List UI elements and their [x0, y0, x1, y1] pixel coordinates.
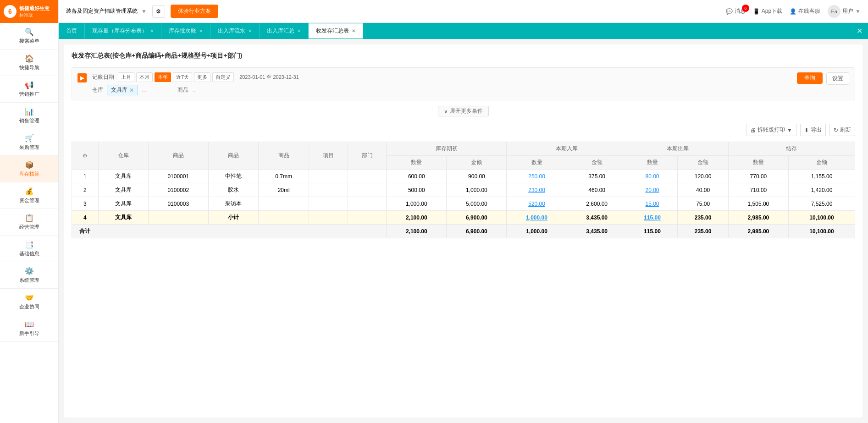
row-amt-init: 1,000.00 — [447, 183, 507, 197]
close-all-tabs-button[interactable]: ✕ — [851, 23, 868, 39]
date-btn-7days[interactable]: 近7天 — [173, 72, 192, 82]
subtotal-row: 4 文具库 小计 2,100.00 6,900.00 1,000.00 3,43… — [72, 211, 855, 225]
experience-btn[interactable]: 体验行业方案 — [171, 5, 218, 18]
expand-bar: ∨ 展开更多条件 — [72, 104, 855, 118]
row-spec — [258, 211, 309, 225]
qty-out-link[interactable]: 80.00 — [646, 173, 659, 180]
row-code: 0100002 — [148, 183, 208, 197]
sidebar-item-basic[interactable]: 📑 基础信息 — [0, 236, 58, 262]
topbar: 装备及固定资产辅助管理系统 ▼ ⚙ 体验行业方案 💬 消息 6 📱 App下载 … — [59, 0, 868, 23]
print-button[interactable]: 🖨 拆账版打印 ▼ — [746, 124, 796, 136]
tab-close-icon[interactable]: ✕ — [150, 28, 154, 33]
qty-out-link[interactable]: 15.00 — [646, 201, 659, 207]
table-row: 1 文具库 0100001 中性笔 0.7mm 600.00 900.00 25… — [72, 170, 855, 183]
app-download-action[interactable]: 📱 App下载 — [753, 7, 782, 15]
tab-inventory-dist[interactable]: 现存量（库存分布表） ✕ — [85, 23, 161, 38]
export-icon: ⬇ — [804, 127, 809, 133]
col-settings[interactable]: ⚙ — [72, 142, 99, 170]
row-name: 小计 — [208, 211, 258, 225]
row-qty-out[interactable]: 20.00 — [627, 183, 678, 197]
warehouse-tag[interactable]: 文具库 ✕ — [107, 85, 138, 95]
qty-in-link[interactable]: 520.00 — [528, 201, 545, 207]
tab-close-icon[interactable]: ✕ — [352, 28, 355, 33]
export-button[interactable]: ⬇ 导出 — [800, 124, 826, 136]
sub-qty-in: 数量 — [507, 156, 567, 170]
row-qty-out[interactable]: 15.00 — [627, 197, 678, 211]
sidebar-item-operations[interactable]: 📋 经营管理 — [0, 209, 58, 236]
tab-summary-inout[interactable]: 出入库汇总 ✕ — [260, 23, 309, 38]
row-qty-in[interactable]: 250.00 — [507, 170, 567, 183]
date-btn-this-month[interactable]: 本月 — [136, 72, 153, 82]
query-button[interactable]: 查询 — [797, 72, 823, 84]
row-dept — [348, 170, 386, 183]
sidebar-item-sales[interactable]: 📊 销售管理 — [0, 103, 58, 129]
row-amt-in: 460.00 — [567, 183, 627, 197]
date-btn-last-month[interactable]: 上月 — [118, 72, 134, 82]
row-amt-in: 375.00 — [567, 170, 627, 183]
settings-button[interactable]: ⚙ — [152, 5, 165, 18]
warehouse-more[interactable]: ... — [142, 87, 146, 93]
sidebar-item-search[interactable]: 🔍 搜索菜单 — [0, 23, 58, 49]
online-service-action[interactable]: 👤 在线客服 — [790, 7, 820, 15]
tab-recv-summary[interactable]: 收发存汇总表 ✕ — [309, 23, 363, 38]
sidebar-nav: 🔍 搜索菜单 🏠 快捷导航 📢 营销推广 📊 销售管理 🛒 采购管理 📦 库存核… — [0, 23, 58, 423]
qty-in-link[interactable]: 250.00 — [528, 173, 545, 180]
date-btn-custom[interactable]: 自定义 — [212, 72, 234, 82]
refresh-button[interactable]: ↻ 刷新 — [829, 124, 855, 136]
tab-flow[interactable]: 出入库流水 ✕ — [210, 23, 260, 38]
qty-out-link[interactable]: 20.00 — [646, 187, 659, 193]
page-container: 收发存汇总表(按仓库+商品编码+商品+规格型号+项目+部门) ▶ 记账日期 上月… — [64, 44, 862, 418]
sidebar-item-marketing[interactable]: 📢 营销推广 — [0, 76, 58, 103]
row-warehouse: 文具库 — [98, 197, 148, 211]
filter-actions: 查询 设置 — [797, 72, 849, 85]
sidebar-item-purchase[interactable]: 🛒 采购管理 — [0, 129, 58, 156]
row-amt-in: 2,600.00 — [567, 197, 627, 211]
row-qty-out[interactable]: 80.00 — [627, 170, 678, 183]
row-qty-in[interactable]: 230.00 — [507, 183, 567, 197]
row-qty-in[interactable]: 520.00 — [507, 197, 567, 211]
gear-icon: ⚙ — [83, 153, 88, 159]
qty-in-link[interactable]: 1,000.00 — [526, 214, 547, 221]
goods-more[interactable]: ... — [192, 87, 197, 93]
content-area: 收发存汇总表(按仓库+商品编码+商品+规格型号+项目+部门) ▶ 记账日期 上月… — [59, 39, 868, 423]
date-btn-more[interactable]: 更多 — [194, 72, 210, 82]
col-project: 项目 — [309, 142, 348, 170]
col-group-init: 库存期初 — [387, 142, 507, 156]
table-row: 3 文具库 0100003 采访本 1,000.00 5,000.00 520.… — [72, 197, 855, 211]
sidebar-item-newbie[interactable]: 📖 新手引导 — [0, 315, 58, 342]
table-toolbar: 🖨 拆账版打印 ▼ ⬇ 导出 ↻ 刷新 — [72, 122, 855, 138]
system-selector[interactable]: 装备及固定资产辅助管理系统 ▼ — [66, 7, 147, 15]
expand-conditions-button[interactable]: ∨ 展开更多条件 — [438, 106, 489, 116]
row-dept — [348, 211, 386, 225]
date-btn-this-year[interactable]: 本年 — [155, 72, 171, 82]
filter-collapse-button[interactable]: ▶ — [77, 73, 87, 82]
row-name: 中性笔 — [208, 170, 258, 183]
row-no: 1 — [72, 170, 99, 183]
col-warehouse: 仓库 — [98, 142, 148, 170]
sidebar-item-system[interactable]: ⚙️ 系统管理 — [0, 262, 58, 289]
footer-qty-bal: 2,985.00 — [728, 225, 788, 238]
tab-close-icon[interactable]: ✕ — [199, 28, 203, 33]
filter-settings-button[interactable]: 设置 — [826, 72, 849, 85]
row-qty-bal: 1,505.00 — [728, 197, 788, 211]
row-qty-init: 600.00 — [387, 170, 447, 183]
system-name: 装备及固定资产辅助管理系统 — [66, 7, 138, 15]
tab-batch[interactable]: 库存批次账 ✕ — [161, 23, 210, 38]
col-spec: 商品 — [258, 142, 309, 170]
tab-close-icon[interactable]: ✕ — [248, 28, 252, 33]
qty-in-link[interactable]: 230.00 — [528, 187, 545, 193]
user-action[interactable]: Ea 用户 ▼ — [828, 5, 861, 18]
tab-home[interactable]: 首页 — [59, 23, 85, 38]
tab-close-icon[interactable]: ✕ — [297, 28, 301, 33]
chevron-down-icon: ∨ — [444, 108, 448, 115]
warehouse-tag-close[interactable]: ✕ — [129, 87, 134, 93]
app-logo-icon: 6 — [4, 5, 17, 18]
sidebar-item-enterprise[interactable]: 🤝 企业协同 — [0, 289, 58, 315]
service-icon: 👤 — [790, 8, 796, 15]
message-action[interactable]: 💬 消息 6 — [726, 7, 746, 15]
sidebar-item-finance[interactable]: 💰 资金管理 — [0, 182, 58, 209]
sidebar-item-quicknav[interactable]: 🏠 快捷导航 — [0, 49, 58, 76]
sub-amt-init: 金额 — [447, 156, 507, 170]
qty-out-link[interactable]: 115.00 — [644, 214, 661, 221]
sidebar-item-inventory[interactable]: 📦 库存核算 — [0, 156, 58, 182]
